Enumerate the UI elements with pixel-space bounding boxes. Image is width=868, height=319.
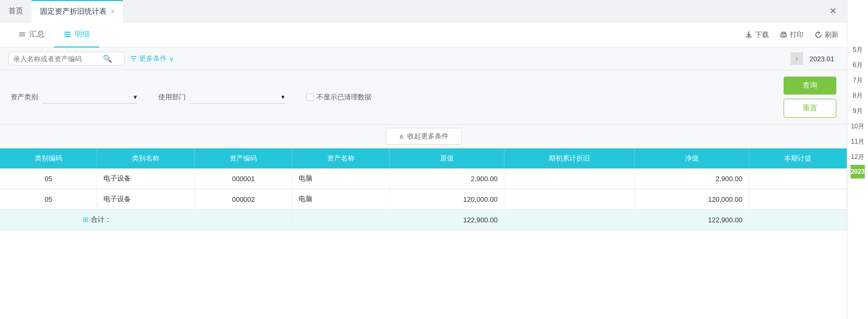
department-field: 使用部门 ▾ [158,91,285,104]
tab-bar: 首页 固定资产折旧统计表 × ✕ [0,0,847,22]
data-table: 类别编码 类别名称 资产编码 资产名称 原值 期初累计折旧 净值 本期计提 05… [0,148,847,230]
cell-cumulative-depreciation [504,168,635,189]
sub-tab-bar: 汇总 明细 [0,22,847,48]
nav-prev-button[interactable]: › [790,52,803,65]
sidebar-month-item[interactable]: 10月 [851,119,865,134]
sub-tabs: 汇总 明细 [8,22,99,48]
cell-net-value: 120,000.00 [635,189,749,210]
cell-asset-code: 000002 [195,189,292,210]
advanced-filter: 资产类别 ▾ 使用部门 ▾ [0,70,847,125]
col-cumulative-depreciation: 期初累计折旧 [504,148,635,168]
no-clear-data-checkbox[interactable]: 不显示已清理数据 [306,92,371,102]
checkbox-icon [306,93,313,101]
print-icon [779,31,788,39]
search-icon[interactable]: 🔍 [103,54,112,63]
sidebar-month-item[interactable]: 6月 [851,58,865,73]
cell-net-value: 2,900.00 [635,168,749,189]
refresh-icon [814,31,823,39]
download-label: 下载 [755,30,769,40]
asset-category-label: 资产类别 [11,92,38,102]
tab-active-label: 固定资产折旧统计表 [40,7,107,16]
filter-icon [130,55,137,62]
download-button[interactable]: 下载 [745,30,769,40]
tab-detail-label: 明细 [75,30,90,39]
tab-close-icon[interactable]: × [111,8,115,15]
summary-net-value: 122,900.00 [635,210,749,230]
print-label: 打印 [790,30,804,40]
cell-current-depreciation [749,168,846,189]
refresh-label: 刷新 [825,30,838,40]
filter-buttons: 查询 重置 [784,77,836,118]
sidebar-month-item[interactable]: 7月 [851,73,865,88]
summary-cumulative-depreciation [504,210,635,230]
refresh-button[interactable]: 刷新 [814,30,838,40]
chevron-up-icon: ∧ [399,133,404,140]
cell-asset-code: 000001 [195,168,292,189]
query-button[interactable]: 查询 [784,77,836,95]
col-asset-name: 资产名称 [292,148,390,168]
asset-category-chevron: ▾ [133,93,137,101]
sidebar-month-item[interactable]: 11月 [851,134,865,149]
more-conditions-label: 更多条件 [139,54,167,63]
content-card: 汇总 明细 [0,22,847,319]
collapse-more-label: 收起更多条件 [407,132,449,141]
tab-summary[interactable]: 汇总 [8,22,54,48]
filter-bar: 🔍 更多条件 ∨ › 2023.01 [0,48,847,70]
svg-rect-7 [782,35,785,36]
table-header-row: 类别编码 类别名称 资产编码 资产名称 原值 期初累计折旧 净值 本期计提 [0,148,847,168]
list-icon [63,30,72,39]
col-category-code: 类别编码 [0,148,97,168]
cell-cumulative-depreciation [504,189,635,210]
tab-home[interactable]: 首页 [0,0,32,22]
collapse-more-button[interactable]: ∧ 收起更多条件 [386,128,462,145]
sidebar-month-item[interactable]: 5月 [851,42,865,58]
tab-detail[interactable]: 明细 [54,22,99,48]
cell-category-code: 05 [0,189,97,210]
chevron-down-icon: ∨ [169,55,174,63]
sidebar-month-item[interactable]: 2023 [851,165,865,179]
cell-original-value: 120,000.00 [390,189,504,210]
sidebar-month-item[interactable]: 8月 [851,88,865,104]
search-input[interactable] [13,55,103,63]
svg-rect-4 [64,34,71,35]
department-chevron: ▾ [281,93,285,101]
reset-button[interactable]: 重置 [784,99,836,118]
cell-asset-name: 电脑 [292,189,390,210]
right-sidebar: 5月6月7月8月9月10月11月12月2023 [847,0,868,319]
summary-empty2 [292,210,390,230]
svg-rect-3 [64,32,71,33]
summary-label: ⊞ 合计： [0,210,195,230]
sidebar-month-item[interactable]: 12月 [851,149,865,165]
cell-category-name: 电子设备 [97,168,195,189]
col-category-name: 类别名称 [97,148,195,168]
asset-category-select[interactable]: ▾ [42,91,137,104]
department-label: 使用部门 [158,92,186,102]
svg-rect-0 [19,32,25,33]
col-current-depreciation: 本期计提 [749,148,846,168]
no-clear-data-label: 不显示已清理数据 [317,92,371,102]
window-close-button[interactable]: ✕ [819,6,847,16]
print-button[interactable]: 打印 [779,30,804,40]
cell-category-code: 05 [0,168,97,189]
date-label: 2023.01 [805,55,838,63]
filter-row-1: 资产类别 ▾ 使用部门 ▾ [11,77,836,118]
download-icon [745,31,753,39]
col-original-value: 原值 [390,148,504,168]
tab-summary-label: 汇总 [30,30,44,39]
toolbar-actions: 下载 打印 刷新 [745,30,838,40]
col-net-value: 净值 [635,148,749,168]
svg-rect-1 [19,34,25,35]
cell-current-depreciation [749,189,846,210]
cell-original-value: 2,900.00 [390,168,504,189]
summary-current-depreciation [749,210,846,230]
table-row: 05 电子设备 000002 电脑 120,000.00 120,000.00 [0,189,847,210]
department-select[interactable]: ▾ [190,91,285,104]
nav-arrow: › 2023.01 [790,52,838,65]
tab-active[interactable]: 固定资产折旧统计表 × [32,0,123,22]
table-summary-row: ⊞ 合计： 122,900.00 122,900.00 [0,210,847,230]
sidebar-month-item[interactable]: 9月 [851,104,865,119]
cell-category-name: 电子设备 [97,189,195,210]
cell-asset-name: 电脑 [292,168,390,189]
search-wrap: 🔍 [8,52,125,65]
more-conditions-button[interactable]: 更多条件 ∨ [130,54,174,63]
